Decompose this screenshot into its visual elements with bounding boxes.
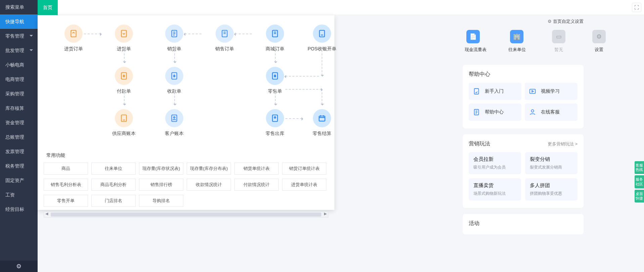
arrow [84, 34, 101, 34]
svg-rect-16 [530, 89, 536, 94]
node-sales-order[interactable]: 销售订单 [199, 25, 250, 52]
tag-desktop[interactable]: 桌面快捷 [635, 190, 644, 202]
tag-hotline[interactable]: 客服热线 [635, 161, 644, 174]
sidebar-item-quick[interactable]: 快捷导航 [0, 14, 38, 29]
fn-btn[interactable]: 往来单位 [91, 163, 136, 175]
help-cs[interactable]: 在线客服 [525, 103, 578, 121]
svg-rect-9 [121, 115, 126, 122]
arrow [124, 47, 125, 62]
svg-point-18 [531, 110, 534, 112]
help-newbie[interactable]: 新手入门 [469, 83, 521, 100]
svg-point-13 [274, 117, 276, 118]
sidebar-item-retail[interactable]: 零售管理 [0, 29, 38, 43]
sidebar-item-salary[interactable]: 工资 [0, 188, 38, 202]
marketing-card: 营销玩法更多营销玩法 > 会员拉新吸引用户成为会员 裂变分销裂变式发展分销商 直… [463, 134, 584, 208]
fn-btn[interactable]: 收款情况统计 [187, 179, 231, 191]
arrow [185, 34, 201, 34]
arrow [174, 47, 175, 62]
sidebar-item-goals[interactable]: 经营目标 [0, 202, 38, 217]
tile-cashflow[interactable]: 📄现金流量表 [465, 30, 481, 53]
tile-contacts[interactable]: 🏢往来单位 [508, 30, 525, 53]
fn-btn[interactable]: 现存量(库存状况表) [139, 163, 183, 175]
help-title: 帮助中心 [469, 71, 490, 78]
arrow [174, 89, 175, 104]
fn-btn[interactable]: 现存量(库存分布表) [187, 163, 231, 175]
sidebar-settings-icon[interactable]: ⚙ [0, 261, 38, 272]
sidebar-item-purchase[interactable]: 采购管理 [0, 87, 38, 101]
customize-link[interactable]: 首页自定义设置 [463, 18, 584, 25]
activity-title: 活动 [469, 220, 479, 227]
svg-rect-14 [319, 116, 325, 121]
placeholder-icon: ▭ [552, 30, 565, 43]
fn-btn[interactable]: 销货订单统计表 [282, 163, 326, 175]
sidebar-item-stock[interactable]: 库存核算 [0, 101, 38, 116]
gear-icon: ⚙ [592, 30, 606, 43]
fullscreen-icon[interactable]: ⛶ [632, 3, 641, 12]
svg-rect-0 [71, 30, 76, 37]
fn-btn[interactable]: 门店排名 [91, 195, 136, 207]
arrow [275, 89, 276, 104]
sidebar-item-ecomm2[interactable]: 电商管理 [0, 72, 38, 87]
node-supplier-ledger[interactable]: 供应商账本 [99, 109, 149, 137]
arrow [285, 89, 322, 90]
fn-btn[interactable]: 进货单统计表 [282, 179, 326, 191]
arrow [235, 34, 252, 34]
fn-btn[interactable]: 零售开单 [44, 195, 88, 207]
topbar: 首页 ⛶ [38, 0, 644, 15]
fn-btn[interactable]: 导购排名 [139, 195, 183, 207]
sidebar-item-tax[interactable]: 税务管理 [0, 159, 38, 173]
fn-btn[interactable]: 销货单统计表 [234, 163, 279, 175]
flow-diagram: 进货订单 进货单 销货单 销售订单 商城订单 POS收银开单 付款单 收款单 零… [44, 25, 328, 150]
mkt-title: 营销玩法 [469, 140, 490, 147]
sidebar-item-wholesale[interactable]: 批发管理 [0, 43, 38, 58]
svg-rect-1 [121, 30, 126, 37]
sidebar-item-assets[interactable]: 固定资产 [0, 173, 38, 188]
arrow [285, 118, 302, 119]
floating-tags: 客服热线 服务社区 桌面快捷 [635, 161, 644, 204]
arrow [275, 47, 276, 62]
building-icon: 🏢 [510, 30, 523, 43]
report-icon: 📄 [466, 30, 480, 43]
arrow [285, 76, 319, 77]
svg-point-11 [174, 117, 175, 118]
right-column: 首页自定义设置 📄现金流量表 🏢往来单位 ▭暂无 ⚙设置 帮助中心 新手入门 视… [463, 18, 584, 240]
mkt-more-link[interactable]: 更多营销玩法 > [548, 141, 578, 147]
activity-card: 活动 [463, 214, 584, 234]
sidebar-item-funds[interactable]: 资金管理 [0, 116, 38, 130]
mkt-item[interactable]: 多人拼团拼团购物享受优惠 [525, 178, 578, 200]
shortcut-tiles: 📄现金流量表 🏢往来单位 ▭暂无 ⚙设置 [463, 30, 584, 53]
node-retail-settle[interactable]: 零售结算 [297, 109, 347, 137]
tab-home[interactable]: 首页 [38, 0, 58, 15]
svg-rect-5 [319, 30, 324, 37]
mkt-item[interactable]: 裂变分销裂变式发展分销商 [525, 152, 578, 174]
help-card: 帮助中心 新手入门 视频学习 帮助中心 在线客服 [463, 65, 584, 128]
arrow [124, 89, 125, 104]
sidebar-item-ledger[interactable]: 总账管理 [0, 130, 38, 144]
fn-btn[interactable]: 付款情况统计 [234, 179, 279, 191]
sidebar: 搜索菜单 快捷导航 零售管理 批发管理 小畅电商 电商管理 采购管理 库存核算 … [0, 0, 38, 272]
mkt-item[interactable]: 直播卖货场景式购物新玩法 [469, 178, 521, 200]
horizontal-scrollbar[interactable] [44, 212, 328, 218]
help-center[interactable]: 帮助中心 [469, 103, 521, 121]
svg-rect-15 [474, 89, 479, 94]
node-customer-ledger[interactable]: 客户账本 [149, 109, 199, 137]
sidebar-item-ecomm1[interactable]: 小畅电商 [0, 58, 38, 72]
mkt-item[interactable]: 会员拉新吸引用户成为会员 [469, 152, 521, 174]
tile-empty[interactable]: ▭暂无 [552, 30, 565, 53]
quick-nav-flyout: 进货订单 进货单 销货单 销售订单 商城订单 POS收银开单 付款单 收款单 零… [38, 15, 334, 210]
help-video[interactable]: 视频学习 [525, 83, 578, 100]
common-functions-grid: 商品 往来单位 现存量(库存状况表) 现存量(库存分布表) 销货单统计表 销货订… [44, 163, 328, 207]
node-retail-out[interactable]: 零售出库 [250, 109, 300, 137]
tile-settings[interactable]: ⚙设置 [592, 30, 606, 53]
sidebar-search[interactable]: 搜索菜单 [0, 0, 38, 14]
fn-btn[interactable]: 销售毛利分析表 [44, 179, 88, 191]
fn-btn[interactable]: 商品 [44, 163, 88, 175]
node-purchase-order[interactable]: 进货订单 [48, 25, 99, 52]
sidebar-item-invoice[interactable]: 发票管理 [0, 144, 38, 159]
common-functions-title: 常用功能 [46, 152, 328, 158]
arrow [322, 47, 322, 76]
fn-btn[interactable]: 商品毛利分析 [91, 179, 136, 191]
tag-community[interactable]: 服务社区 [635, 175, 644, 188]
fn-btn[interactable]: 销售排行榜 [139, 179, 183, 191]
